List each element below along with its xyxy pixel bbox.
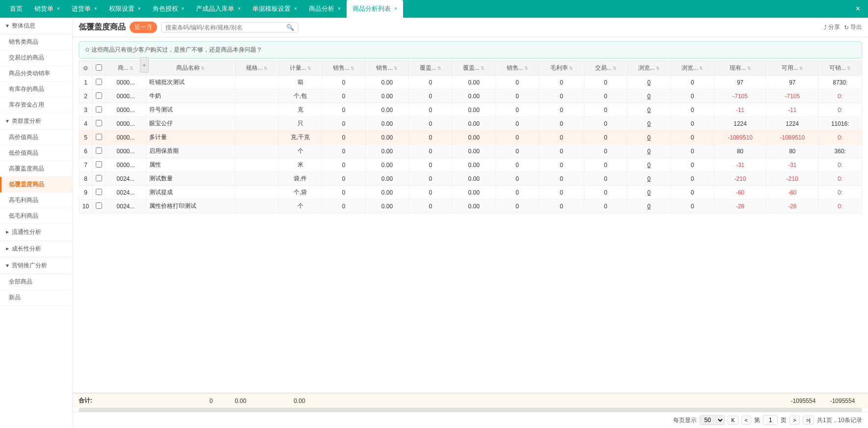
sidebar-item-category-rate[interactable]: 商品分类动销率: [0, 66, 72, 82]
col-cover1[interactable]: 覆盖...⇅: [409, 61, 452, 76]
sidebar-item-inventory-capital[interactable]: 库存资金占用: [0, 97, 72, 113]
col-trade[interactable]: 交易...⇅: [584, 61, 627, 76]
col-cover2[interactable]: 覆盖...⇅: [452, 61, 495, 76]
window-close-button[interactable]: ×: [852, 4, 864, 13]
sidebar-item-low-margin[interactable]: 低毛利商品: [0, 208, 72, 224]
first-page-button[interactable]: K: [728, 416, 738, 425]
sidebar-section-cluster[interactable]: ▼ 类群度分析: [0, 113, 72, 130]
row-view1[interactable]: 0: [627, 103, 671, 117]
row-checkbox[interactable]: [96, 147, 102, 154]
row-num: 7: [79, 158, 93, 172]
sidebar-collapse-button[interactable]: «: [140, 57, 149, 73]
sidebar-item-stocked-products[interactable]: 有库存的商品: [0, 82, 72, 97]
sidebar-section-growth[interactable]: ▼ 成长性分析: [0, 241, 72, 257]
row-view1[interactable]: 0: [627, 117, 671, 131]
sidebar-item-low-value[interactable]: 低价值商品: [0, 145, 72, 161]
sidebar-item-all-products[interactable]: 全部商品: [0, 274, 72, 290]
row-sales-qty: 0: [322, 103, 365, 117]
sidebar-item-high-coverage[interactable]: 高覆盖度商品: [0, 161, 72, 177]
col-spec[interactable]: 规格...⇅: [235, 61, 278, 76]
row-view1[interactable]: 0: [627, 131, 671, 144]
row-checkbox[interactable]: [96, 134, 102, 140]
row-view1[interactable]: 0: [627, 186, 671, 200]
scrollbar[interactable]: [79, 408, 862, 412]
sidebar-item-traded-products[interactable]: 交易过的商品: [0, 50, 72, 66]
col-name[interactable]: 商品名称⇅: [146, 61, 235, 76]
row-view1[interactable]: 0: [627, 144, 671, 158]
sidebar-section-circulation[interactable]: ▼ 流通性分析: [0, 224, 72, 241]
col-view2[interactable]: 浏览...⇅: [671, 61, 714, 76]
nav-close-template[interactable]: ×: [294, 0, 297, 18]
last-page-button[interactable]: >|: [803, 416, 814, 425]
nav-item-roles[interactable]: 角色授权 ×: [147, 0, 190, 18]
page-size-select[interactable]: 50 10 20 100: [700, 415, 725, 425]
row-checkbox-cell[interactable]: [93, 158, 106, 172]
row-view1[interactable]: 0: [627, 76, 671, 89]
col-stock2[interactable]: 可用...⇅: [766, 61, 818, 76]
row-checkbox[interactable]: [96, 161, 102, 168]
col-view1[interactable]: 浏览...⇅: [627, 61, 671, 76]
page-number-input[interactable]: [763, 415, 778, 425]
nav-item-product-analysis[interactable]: 商品分析 ×: [303, 0, 347, 18]
share-button[interactable]: ⤴ 分享: [824, 23, 840, 31]
select-all-checkbox[interactable]: [96, 64, 102, 71]
settings-icon[interactable]: ⚙: [83, 65, 88, 72]
col-unit[interactable]: 计量...⇅: [278, 61, 322, 76]
row-view1[interactable]: 0: [627, 158, 671, 172]
col-stock1[interactable]: 现有...⇅: [714, 61, 766, 76]
sidebar-item-high-margin[interactable]: 高毛利商品: [0, 193, 72, 208]
row-checkbox[interactable]: [96, 189, 102, 195]
row-checkbox-cell[interactable]: [93, 144, 106, 158]
row-checkbox-cell[interactable]: [93, 76, 106, 89]
col-sales-qty[interactable]: 销售...⇅: [322, 61, 365, 76]
sidebar-item-high-value[interactable]: 高价值商品: [0, 130, 72, 145]
nav-item-template[interactable]: 单据模板设置 ×: [246, 0, 303, 18]
sidebar-section-marketing[interactable]: ▼ 营销推广分析: [0, 257, 72, 274]
col-sellable[interactable]: 可销...⇅: [818, 61, 862, 76]
nav-close-purchase[interactable]: ×: [94, 0, 97, 18]
total-stock2: -1095554: [823, 398, 862, 404]
nav-item-sales[interactable]: 销货单 ×: [28, 0, 66, 18]
sidebar-section-overall[interactable]: ▼ 整体信息: [0, 18, 72, 34]
nav-close-product-analysis[interactable]: ×: [338, 0, 341, 18]
row-checkbox[interactable]: [96, 79, 102, 85]
nav-close-sales[interactable]: ×: [57, 0, 60, 18]
nav-item-purchase[interactable]: 进货单 ×: [66, 0, 103, 18]
next-page-button[interactable]: >: [789, 416, 799, 425]
row-view1[interactable]: 0: [627, 200, 671, 213]
row-view1[interactable]: 0: [627, 172, 671, 186]
prev-page-button[interactable]: <: [741, 416, 751, 425]
row-checkbox-cell[interactable]: [93, 186, 106, 200]
nav-item-product-warehouse[interactable]: 产成品入库单 ×: [190, 0, 246, 18]
row-checkbox[interactable]: [96, 202, 102, 209]
row-checkbox-cell[interactable]: [93, 200, 106, 213]
row-checkbox-cell[interactable]: [93, 103, 106, 117]
nav-close-permissions[interactable]: ×: [138, 0, 141, 18]
nav-close-product-analysis-list[interactable]: ×: [394, 0, 397, 18]
nav-item-home[interactable]: 首页: [4, 0, 28, 18]
filter-button[interactable]: 近一月: [130, 22, 157, 33]
sidebar-item-low-coverage[interactable]: 低覆盖度商品: [0, 177, 72, 193]
export-button[interactable]: ↻ 导出: [844, 23, 862, 31]
row-checkbox[interactable]: [96, 92, 102, 99]
row-checkbox-cell[interactable]: [93, 131, 106, 144]
row-view1[interactable]: 0: [627, 89, 671, 103]
row-checkbox-cell[interactable]: [93, 172, 106, 186]
col-sales-amt[interactable]: 销售...⇅: [365, 61, 408, 76]
col-settings[interactable]: ⚙: [79, 61, 93, 76]
sidebar-item-new-products[interactable]: 新品: [0, 290, 72, 306]
col-gross[interactable]: 毛利率⇅: [539, 61, 584, 76]
nav-item-product-analysis-list[interactable]: 商品分析列表 ×: [347, 0, 403, 18]
row-checkbox-cell[interactable]: [93, 117, 106, 131]
section-arrow-marketing: ▼: [5, 263, 10, 268]
nav-close-roles[interactable]: ×: [182, 0, 185, 18]
col-sales3[interactable]: 销售...⇅: [495, 61, 539, 76]
sidebar-item-sales-products[interactable]: 销售类商品: [0, 34, 72, 50]
nav-close-product-warehouse[interactable]: ×: [238, 0, 241, 18]
search-input[interactable]: [165, 24, 286, 31]
row-checkbox[interactable]: [96, 120, 102, 126]
row-checkbox-cell[interactable]: [93, 89, 106, 103]
nav-item-permissions[interactable]: 权限设置 ×: [103, 0, 147, 18]
row-checkbox[interactable]: [96, 106, 102, 113]
row-checkbox[interactable]: [96, 175, 102, 181]
